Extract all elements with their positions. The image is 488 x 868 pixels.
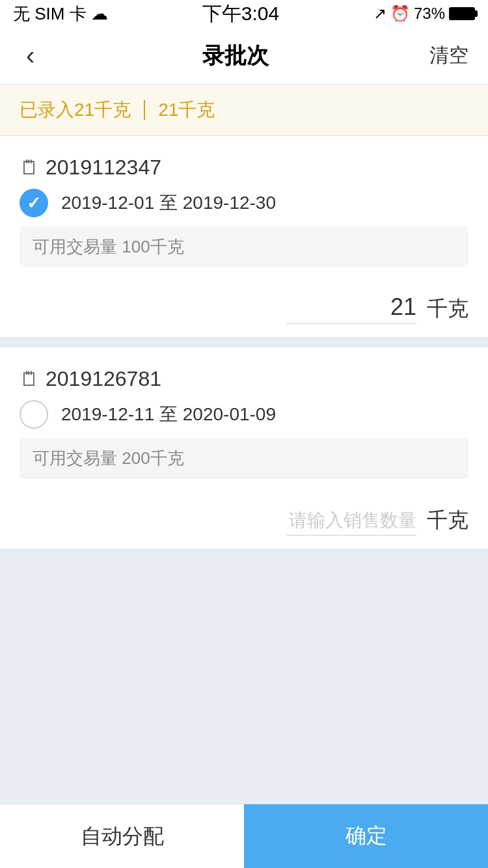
clear-button[interactable]: 清空: [429, 42, 468, 69]
page-title: 录批次: [202, 41, 269, 71]
quantity-underline-2: [286, 505, 416, 536]
batch-header-1: 🗒 2019112347: [20, 156, 468, 180]
alarm-icon: ⏰: [390, 5, 410, 23]
no-sim-label: 无 SIM 卡 ☁: [13, 3, 108, 25]
batch-item-2: 🗒 2019126781 2019-12-11 至 2020-01-09 可用交…: [0, 347, 488, 492]
radio-button-2[interactable]: [20, 400, 48, 429]
battery-icon: [449, 7, 475, 20]
content-area: 🗒 2019112347 2019-12-01 至 2019-12-30 可用交…: [0, 136, 488, 868]
summary-value: 21千克: [158, 98, 215, 122]
summary-bar: 已录入21千克 21千克: [0, 85, 488, 136]
nav-bar: ‹ 录批次 清空: [0, 27, 488, 85]
batch-date-row-2: 2019-12-11 至 2020-01-09: [20, 400, 468, 429]
batch-doc-icon-2: 🗒: [20, 368, 39, 390]
summary-label: 已录入21千克: [20, 98, 131, 122]
batch-id-1: 2019112347: [46, 156, 161, 180]
status-left: 无 SIM 卡 ☁: [13, 3, 108, 25]
batch-availability-1: 可用交易量 100千克: [20, 226, 468, 267]
section-separator: [0, 337, 488, 347]
quantity-unit-1: 千克: [427, 295, 468, 323]
batch-header-2: 🗒 2019126781: [20, 367, 468, 391]
confirm-button[interactable]: 确定: [244, 804, 488, 868]
radio-button-1[interactable]: [20, 189, 48, 217]
batch-item-1: 🗒 2019112347 2019-12-01 至 2019-12-30 可用交…: [0, 136, 488, 280]
battery-percent: 73%: [414, 5, 445, 23]
quantity-row-1: 千克: [0, 280, 488, 337]
back-button[interactable]: ‹: [20, 34, 41, 77]
batch-date-2: 2019-12-11 至 2020-01-09: [61, 402, 276, 427]
quantity-unit-2: 千克: [427, 506, 468, 535]
batch-date-1: 2019-12-01 至 2019-12-30: [61, 191, 276, 215]
bottom-bar: 自动分配 确定: [0, 804, 488, 868]
auto-distribute-button[interactable]: 自动分配: [0, 804, 244, 868]
quantity-input-2[interactable]: [286, 505, 416, 532]
status-right: ↗ ⏰ 73%: [373, 5, 475, 23]
batch-id-2: 2019126781: [46, 367, 161, 391]
quantity-row-2: 千克: [0, 492, 488, 549]
empty-area: [0, 549, 488, 804]
batch-date-row-1: 2019-12-01 至 2019-12-30: [20, 189, 468, 217]
summary-divider: [144, 100, 145, 120]
location-icon: ↗: [373, 5, 386, 23]
batch-availability-2: 可用交易量 200千克: [20, 438, 468, 479]
quantity-underline-1: [286, 293, 416, 324]
batch-doc-icon-1: 🗒: [20, 157, 39, 179]
quantity-input-1[interactable]: [286, 293, 416, 321]
status-bar: 无 SIM 卡 ☁ 下午3:04 ↗ ⏰ 73%: [0, 0, 488, 27]
status-time: 下午3:04: [202, 1, 279, 27]
